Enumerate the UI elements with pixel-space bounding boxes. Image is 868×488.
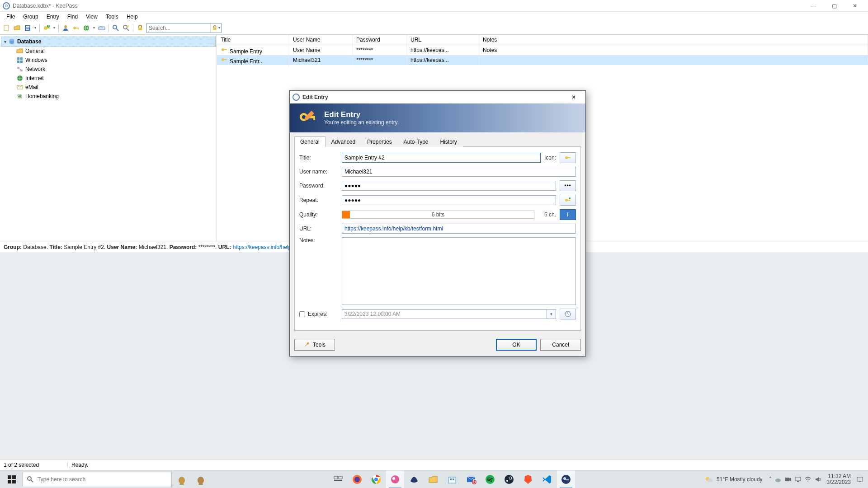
taskbar-vscode-icon[interactable] <box>538 470 556 488</box>
svg-line-46 <box>31 480 33 482</box>
svg-rect-58 <box>453 479 454 480</box>
svg-rect-26 <box>17 57 19 60</box>
svg-point-8 <box>64 25 67 28</box>
menu-file[interactable]: File <box>3 13 19 21</box>
svg-point-53 <box>374 478 378 481</box>
menu-view[interactable]: View <box>82 13 101 21</box>
toolbar-copy-user-icon[interactable] <box>61 23 71 33</box>
col-url[interactable]: URL <box>407 35 479 45</box>
toolbar-new-icon[interactable] <box>2 23 12 33</box>
taskbar-chrome-icon[interactable] <box>367 470 385 488</box>
search-input[interactable] <box>147 23 210 33</box>
weather-icon <box>704 474 714 484</box>
taskbar-app2-icon[interactable] <box>405 470 423 488</box>
taskbar-chess2-icon[interactable] <box>192 470 210 488</box>
col-user[interactable]: User Name <box>289 35 353 45</box>
desktop-area <box>0 252 868 459</box>
tree-network[interactable]: Network <box>1 65 216 74</box>
toolbar-copy-pass-icon[interactable] <box>71 23 81 33</box>
tree-general[interactable]: General <box>1 47 216 56</box>
svg-rect-31 <box>20 70 23 71</box>
taskbar: Type here to search 5 51°F Mostly cloudy… <box>0 470 868 488</box>
svg-rect-49 <box>334 480 342 481</box>
taskbar-chess1-icon[interactable] <box>173 470 191 488</box>
taskbar-firefox-icon[interactable] <box>348 470 366 488</box>
svg-rect-42 <box>12 475 16 479</box>
tree-homebanking[interactable]: %Homebanking <box>1 92 216 101</box>
taskbar-app1-icon[interactable] <box>386 470 404 488</box>
search-icon <box>27 476 34 483</box>
toolbar-open-url-icon[interactable] <box>81 23 91 33</box>
tray-onedrive-icon[interactable] <box>774 476 782 483</box>
svg-point-65 <box>506 480 508 482</box>
toolbar-find-icon[interactable] <box>111 23 121 33</box>
menu-help[interactable]: Help <box>123 13 142 21</box>
menu-find[interactable]: Find <box>64 13 81 21</box>
tray-clock[interactable]: 11:32 AM 3/22/2023 <box>824 474 854 485</box>
tray-wifi-icon[interactable] <box>804 476 811 483</box>
svg-point-55 <box>392 477 395 480</box>
table-row[interactable]: Sample Entr... Michael321 ******** https… <box>217 55 868 65</box>
group-tree[interactable]: ▾ Database General Windows Network Inter… <box>0 35 217 242</box>
toolbar-open-icon[interactable] <box>12 23 22 33</box>
taskbar-steam-icon[interactable] <box>500 470 518 488</box>
toolbar-save-dropdown[interactable]: ▾ <box>33 26 38 30</box>
toolbar: ▾ + ▾ ▾ ▾ <box>0 22 868 34</box>
tray-chevron-icon[interactable]: ˄ <box>769 476 772 483</box>
taskbar-brave-icon[interactable] <box>519 470 537 488</box>
toolbar-lock-icon[interactable] <box>135 23 145 33</box>
toolbar-open-url-dropdown[interactable]: ▾ <box>92 26 96 30</box>
taskbar-taskview-icon[interactable] <box>329 470 347 488</box>
svg-rect-43 <box>8 480 11 483</box>
toolbar-add-entry-dropdown[interactable]: ▾ <box>52 26 57 30</box>
search-options-icon[interactable]: ▾ <box>210 23 221 33</box>
svg-point-51 <box>354 477 360 482</box>
col-notes[interactable]: Notes <box>479 35 868 45</box>
statusbar: 1 of 2 selected Ready. <box>0 459 868 470</box>
menu-group[interactable]: Group <box>19 13 42 21</box>
list-header: Title User Name Password URL Notes <box>217 35 868 45</box>
taskbar-mail-icon[interactable]: 5 <box>462 470 480 488</box>
svg-rect-48 <box>339 476 342 479</box>
svg-rect-15 <box>101 28 102 28</box>
svg-rect-38 <box>224 49 227 50</box>
toolbar-autotype-icon[interactable] <box>97 23 107 33</box>
toolbar-show-entries-icon[interactable] <box>121 23 131 33</box>
tree-windows[interactable]: Windows <box>1 56 216 65</box>
taskbar-search[interactable]: Type here to search <box>23 472 172 487</box>
minimize-button[interactable]: — <box>803 0 824 12</box>
taskbar-keepass-icon[interactable] <box>557 470 575 488</box>
menu-tools[interactable]: Tools <box>102 13 122 21</box>
svg-rect-28 <box>17 61 19 63</box>
tree-email[interactable]: eMail <box>1 83 216 92</box>
tray-notification-icon[interactable] <box>856 476 863 483</box>
svg-line-20 <box>127 28 129 31</box>
tree-internet[interactable]: Internet <box>1 74 216 83</box>
system-tray[interactable]: ˄ 11:32 AM 3/22/2023 <box>766 474 866 485</box>
entry-list[interactable]: Title User Name Password URL Notes Sampl… <box>217 35 868 242</box>
close-button[interactable]: ✕ <box>844 0 865 12</box>
col-title[interactable]: Title <box>217 35 289 45</box>
tray-display-icon[interactable] <box>794 476 802 483</box>
tree-root[interactable]: ▾ Database <box>1 37 216 47</box>
svg-rect-27 <box>20 57 23 60</box>
taskbar-weather[interactable]: 51°F Mostly cloudy <box>701 474 765 484</box>
taskbar-spotify-icon[interactable] <box>481 470 499 488</box>
key-icon <box>221 56 228 63</box>
tray-meet-icon[interactable] <box>784 476 792 483</box>
maximize-button[interactable]: ▢ <box>824 0 844 12</box>
network-icon <box>16 66 24 73</box>
taskbar-store-icon[interactable] <box>443 470 461 488</box>
table-row[interactable]: Sample Entry User Name ******** https://… <box>217 45 868 55</box>
svg-rect-57 <box>450 479 452 480</box>
taskbar-files-icon[interactable] <box>424 470 442 488</box>
col-pass[interactable]: Password <box>353 35 407 45</box>
toolbar-search: ▾ <box>146 23 222 33</box>
svg-point-70 <box>708 479 713 482</box>
start-button[interactable] <box>2 470 22 488</box>
menu-entry[interactable]: Entry <box>43 13 63 21</box>
tray-volume-icon[interactable] <box>814 476 821 483</box>
toolbar-save-icon[interactable] <box>23 23 33 33</box>
svg-point-17 <box>113 25 117 29</box>
toolbar-add-entry-icon[interactable]: + <box>42 23 52 33</box>
